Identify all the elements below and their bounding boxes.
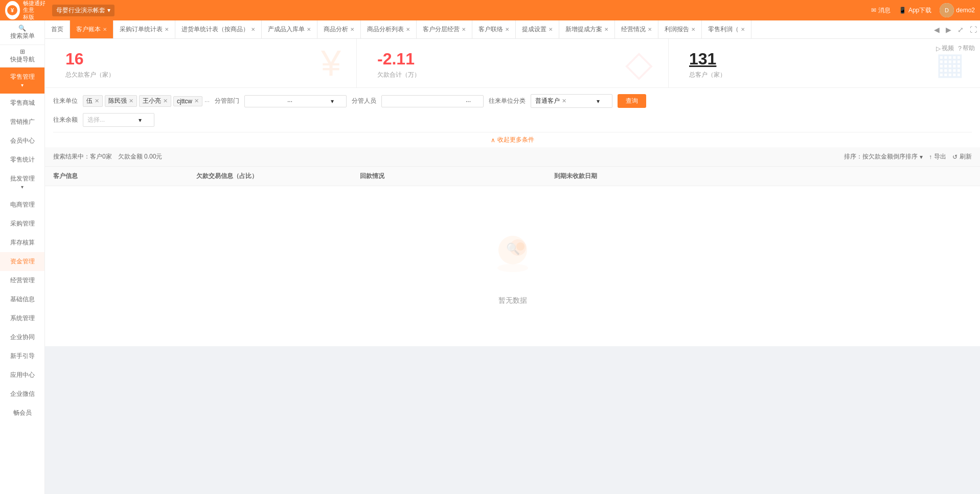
sort-label: 排序：按欠款金额倒序排序: [844, 152, 918, 161]
svg-text:¥: ¥: [11, 7, 14, 13]
sidebar-item-retail-manage[interactable]: 零售管理 ▾: [0, 68, 44, 94]
tag-wu-close[interactable]: ✕: [95, 98, 99, 104]
tab-prev-icon[interactable]: ◀: [931, 26, 943, 34]
tab-customer-contact[interactable]: 客户联络 ✕: [472, 20, 516, 39]
debt-amount: 欠款金额 0.00元: [118, 152, 163, 161]
sidebar-item-newbie[interactable]: 新手引导: [0, 347, 44, 366]
tab-profit-report[interactable]: 利润报告 ✕: [658, 20, 702, 39]
operations-status-label: 经营情况: [621, 25, 646, 34]
sidebar-item-retail-mall[interactable]: 零售商城: [0, 94, 44, 113]
expand-icon[interactable]: ⤢: [954, 26, 967, 34]
sidebar-item-inventory[interactable]: 库存核算: [0, 233, 44, 252]
dept-select[interactable]: ··· ▾: [244, 95, 347, 107]
tab-customer-cost[interactable]: 客户账本 ✕: [70, 20, 113, 39]
sidebar-item-basic-info[interactable]: 基础信息: [0, 290, 44, 309]
refresh-button[interactable]: ↺ 刷新: [952, 152, 972, 161]
sidebar-item-app-center[interactable]: 应用中心: [0, 366, 44, 385]
svg-point-5: [497, 264, 528, 272]
close-icon[interactable]: ✕: [406, 27, 410, 32]
tag-wang-close[interactable]: ✕: [163, 98, 168, 104]
sidebar-item-system[interactable]: 系统管理: [0, 309, 44, 328]
user-info[interactable]: D demo2: [940, 3, 975, 17]
tab-stock-stats[interactable]: 进货单统计表（按商品） ✕: [175, 20, 262, 39]
fullscreen-icon[interactable]: ⛶: [967, 26, 980, 34]
sidebar-item-ecommerce[interactable]: 电商管理: [0, 195, 44, 214]
vip-label: 畅会员: [0, 409, 44, 417]
customer-contact-label: 客户联络: [478, 25, 503, 34]
close-icon[interactable]: ✕: [462, 27, 466, 32]
close-icon[interactable]: ✕: [648, 27, 652, 32]
sidebar-item-capital[interactable]: 资金管理: [0, 252, 44, 271]
stat-label-1: 总欠款客户（家）: [65, 71, 115, 79]
sort-select[interactable]: 排序：按欠款金额倒序排序 ▾: [844, 152, 923, 161]
tab-product-analysis[interactable]: 商品分析 ✕: [317, 20, 361, 39]
export-icon: ↑: [929, 153, 932, 161]
logo-icon: ¥: [5, 1, 20, 19]
filter-tag-wang: 王小亮 ✕: [139, 95, 171, 107]
person-label: 分管人员: [352, 97, 376, 105]
person-select[interactable]: ···: [381, 95, 484, 107]
customer-cost-label: 客户账本: [76, 25, 101, 34]
sidebar-item-operations[interactable]: 经营管理: [0, 271, 44, 290]
account-dropdown[interactable]: 母婴行业演示帐套 ▾: [52, 5, 115, 16]
tab-retail-profit[interactable]: 零售利润（ ✕: [702, 20, 751, 39]
dept-label: 分管部门: [215, 97, 239, 105]
tab-customer-tier[interactable]: 客户分层经营 ✕: [417, 20, 472, 39]
tab-new-prompt-plan[interactable]: 新增提成方案 ✕: [559, 20, 615, 39]
tab-operations-status[interactable]: 经营情况 ✕: [615, 20, 658, 39]
balance-placeholder: 选择...: [87, 116, 105, 124]
account-name: 母婴行业演示帐套: [56, 6, 105, 15]
export-button[interactable]: ↑ 导出: [929, 152, 946, 161]
sidebar-item-enterprise-wx[interactable]: 企业微信: [0, 385, 44, 403]
sidebar-item-enterprise[interactable]: 企业协同: [0, 328, 44, 347]
sort-chevron-icon: ▾: [920, 153, 923, 161]
close-icon[interactable]: ✕: [505, 27, 509, 32]
tag-cjttcw-close[interactable]: ✕: [194, 98, 199, 104]
tab-purchase-order[interactable]: 采购订单统计表 ✕: [113, 20, 175, 39]
help-doc-btn[interactable]: ? 帮助: [958, 44, 975, 53]
category-close[interactable]: ✕: [562, 98, 566, 104]
close-icon[interactable]: ✕: [165, 27, 169, 32]
close-icon[interactable]: ✕: [691, 27, 695, 32]
close-icon[interactable]: ✕: [741, 27, 745, 32]
quick-nav[interactable]: ⊞ 快捷导航: [0, 45, 44, 68]
tab-home[interactable]: 首页: [45, 20, 70, 39]
close-icon[interactable]: ✕: [103, 27, 107, 32]
purchase-label: 采购管理: [0, 219, 44, 228]
help-video-btn[interactable]: ▷ 视频: [936, 44, 954, 53]
sidebar-item-retail-stat[interactable]: 零售统计: [0, 150, 44, 169]
tab-bar: 首页 客户账本 ✕ 采购订单统计表 ✕ 进货单统计表（按商品） ✕ 产成品入库单…: [45, 20, 980, 39]
sidebar-item-purchase[interactable]: 采购管理: [0, 214, 44, 233]
tag-chen-close[interactable]: ✕: [129, 98, 133, 104]
main-layout: 🔍 搜索菜单 ⊞ 快捷导航 零售管理 ▾ 零售商城 营销推广 会员中心 零售统计: [0, 20, 980, 494]
sidebar-item-marketing[interactable]: 营销推广: [0, 113, 44, 131]
close-icon[interactable]: ✕: [251, 27, 255, 32]
sidebar-item-member[interactable]: 会员中心: [0, 131, 44, 150]
tab-production-stock[interactable]: 产成品入库单 ✕: [262, 20, 317, 39]
query-button[interactable]: 查询: [618, 94, 646, 108]
message-btn[interactable]: ✉ 消息: [871, 6, 891, 15]
sidebar-item-vip[interactable]: 畅会员: [0, 403, 44, 422]
tab-product-analysis-list[interactable]: 商品分析列表 ✕: [361, 20, 417, 39]
col-header-debt: 欠款交易信息（占比）: [196, 172, 360, 181]
sidebar-item-wholesale[interactable]: 批发管理 ▾: [0, 169, 44, 195]
wholesale-arrow-icon: ▾: [21, 184, 24, 190]
logo-name: 畅捷通好生意: [23, 0, 50, 13]
retail-mall-label: 零售商城: [0, 99, 44, 107]
close-icon[interactable]: ✕: [350, 27, 354, 32]
search-menu[interactable]: 🔍 搜索菜单: [0, 20, 44, 45]
quick-nav-label: 快捷导航: [0, 55, 44, 64]
more-tags-btn[interactable]: ···: [204, 98, 210, 105]
filter-tag-chen: 陈民强 ✕: [105, 95, 137, 107]
app-download-btn[interactable]: 📱 App下载: [899, 6, 931, 15]
close-icon[interactable]: ✕: [549, 27, 553, 32]
tab-next-icon[interactable]: ▶: [943, 26, 954, 34]
category-select[interactable]: 普通客户 ✕ ▾: [531, 94, 612, 108]
close-icon[interactable]: ✕: [307, 27, 311, 32]
results-bar: 搜索结果中：客户0家 欠款金额 0.00元 排序：按欠款金额倒序排序 ▾ ↑ 导…: [45, 147, 980, 167]
refresh-icon: ↺: [952, 153, 958, 161]
close-icon[interactable]: ✕: [604, 27, 608, 32]
collapse-button[interactable]: ∧ 收起更多条件: [53, 132, 972, 147]
balance-select[interactable]: 选择... ▾: [83, 113, 154, 127]
tab-prompt-settings[interactable]: 提成设置 ✕: [516, 20, 559, 39]
